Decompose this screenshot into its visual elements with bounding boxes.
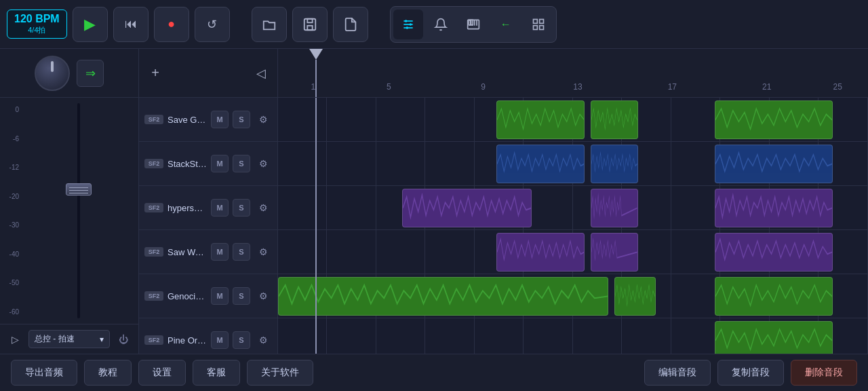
settings-button[interactable]: 设置 xyxy=(138,360,186,386)
track-item: SF2 hypersawwave M S ⚙ xyxy=(139,186,277,230)
master-knob[interactable] xyxy=(35,56,70,91)
mute-button[interactable]: M xyxy=(211,287,229,305)
mute-button[interactable]: M xyxy=(211,111,229,128)
main-area: ⇒ 0 -6 -12 -20 -30 -40 -50 -60 xyxy=(0,49,868,354)
solo-button[interactable]: S xyxy=(233,243,250,261)
svg-rect-15 xyxy=(471,20,473,24)
clip[interactable] xyxy=(591,189,638,227)
track-settings-button[interactable]: ⚙ xyxy=(254,287,272,305)
sf2-badge: SF2 xyxy=(144,335,163,345)
clip[interactable] xyxy=(715,100,833,139)
track-item: SF2 Save Guitar M S ⚙ xyxy=(139,98,277,142)
svg-rect-0 xyxy=(304,18,315,30)
clip[interactable] xyxy=(591,145,638,183)
back-button[interactable]: ◁ xyxy=(250,62,272,84)
support-button[interactable]: 客服 xyxy=(193,360,240,386)
about-button[interactable]: 关于软件 xyxy=(247,360,313,386)
save-button[interactable] xyxy=(292,7,328,42)
solo-button[interactable]: S xyxy=(233,155,250,172)
svg-rect-2 xyxy=(307,25,312,29)
table-row xyxy=(278,98,868,142)
track-name: hypersawwave xyxy=(167,203,207,213)
track-name: Pine Organ xyxy=(167,335,207,346)
left-panel: ⇒ 0 -6 -12 -20 -30 -40 -50 -60 xyxy=(0,49,139,354)
master-select[interactable]: 总控 - 拍速 ▾ xyxy=(28,330,110,348)
delete-segment-button[interactable]: 删除音段 xyxy=(791,360,857,386)
loop-button[interactable]: ↺ xyxy=(195,7,230,42)
solo-button[interactable]: S xyxy=(233,331,250,349)
volume-labels: 0 -6 -12 -20 -30 -40 -50 -60 xyxy=(5,103,19,318)
svg-point-6 xyxy=(405,20,407,22)
svg-rect-1 xyxy=(307,18,312,22)
clip[interactable] xyxy=(402,189,532,227)
grid-button[interactable] xyxy=(524,10,553,39)
track-settings-button[interactable]: ⚙ xyxy=(254,155,272,172)
fader-handle[interactable] xyxy=(66,183,92,196)
edit-segment-button[interactable]: 编辑音段 xyxy=(644,360,711,386)
track-settings-button[interactable]: ⚙ xyxy=(254,331,272,349)
clip[interactable] xyxy=(715,145,833,183)
tracks-container: + ◁ SF2 Save Guitar M S ⚙ SF2 StackStrin… xyxy=(139,49,868,354)
solo-button[interactable]: S xyxy=(233,287,250,305)
ruler-mark-13: 13 xyxy=(530,82,625,92)
sf2-badge: SF2 xyxy=(144,203,163,212)
track-settings-button[interactable]: ⚙ xyxy=(254,199,272,217)
add-track-button[interactable]: + xyxy=(144,62,166,84)
clip[interactable] xyxy=(715,189,833,227)
clip[interactable] xyxy=(614,277,656,316)
snap-button[interactable]: ← xyxy=(491,10,521,39)
clip[interactable] xyxy=(496,145,585,183)
track-name: Genocide Guitar xyxy=(167,291,207,301)
fader-container xyxy=(24,103,133,318)
mute-button[interactable]: M xyxy=(211,243,229,261)
clip[interactable] xyxy=(278,277,608,316)
bell-button[interactable] xyxy=(426,10,456,39)
playhead[interactable] xyxy=(315,49,317,97)
piano-button[interactable] xyxy=(458,10,488,39)
track-settings-button[interactable]: ⚙ xyxy=(254,243,272,261)
timeline-ruler: 1 5 9 13 17 21 25 xyxy=(278,49,868,98)
mute-button[interactable]: M xyxy=(211,199,229,217)
folder-button[interactable] xyxy=(252,7,287,42)
left-ctrl-btn[interactable]: ⇒ xyxy=(77,60,104,87)
track-item: SF2 Genocide Guitar M S ⚙ xyxy=(139,274,277,318)
record-button[interactable]: ● xyxy=(154,7,189,42)
copy-segment-button[interactable]: 复制音段 xyxy=(717,360,784,386)
svg-rect-14 xyxy=(469,20,471,24)
ruler-mark-5: 5 xyxy=(342,82,436,92)
clip[interactable] xyxy=(715,233,833,272)
clip[interactable] xyxy=(591,100,638,139)
clip[interactable] xyxy=(591,233,638,272)
ruler-marks: 1 5 9 13 17 21 25 xyxy=(278,82,868,92)
fader-track[interactable] xyxy=(77,103,80,318)
master-select-arrow: ▾ xyxy=(100,335,104,344)
svg-rect-16 xyxy=(533,19,537,23)
track-settings-button[interactable]: ⚙ xyxy=(254,111,272,128)
timeline-area: 1 5 9 13 17 21 25 xyxy=(278,49,868,354)
mute-button[interactable]: M xyxy=(211,331,229,349)
track-name: StackStrings xyxy=(167,159,207,169)
ruler-mark-17: 17 xyxy=(625,82,719,92)
svg-rect-19 xyxy=(539,25,543,29)
svg-rect-17 xyxy=(539,19,543,23)
clip[interactable] xyxy=(715,321,833,354)
master-arrow-btn[interactable]: ▷ xyxy=(5,330,24,349)
clip[interactable] xyxy=(715,277,833,316)
play-button[interactable]: ▶ xyxy=(73,7,108,42)
bpm-display[interactable]: 120 BPM 4/4拍 xyxy=(7,10,67,39)
table-row xyxy=(278,142,868,186)
master-controls: ▷ 总控 - 拍速 ▾ ⏻ xyxy=(0,324,138,354)
export-doc-button[interactable] xyxy=(333,7,368,42)
clip[interactable] xyxy=(496,100,585,139)
power-button[interactable]: ⏻ xyxy=(114,330,133,349)
solo-button[interactable]: S xyxy=(233,111,250,128)
tutorial-button[interactable]: 教程 xyxy=(84,360,132,386)
export-audio-button[interactable]: 导出音频 xyxy=(11,360,77,386)
table-row xyxy=(278,318,868,354)
rewind-button[interactable]: ⏮ xyxy=(113,7,149,42)
solo-button[interactable]: S xyxy=(233,199,250,217)
tracks-content[interactable] xyxy=(278,98,868,354)
clip[interactable] xyxy=(496,233,585,272)
mute-button[interactable]: M xyxy=(211,155,229,172)
mixer-button[interactable] xyxy=(393,10,423,39)
